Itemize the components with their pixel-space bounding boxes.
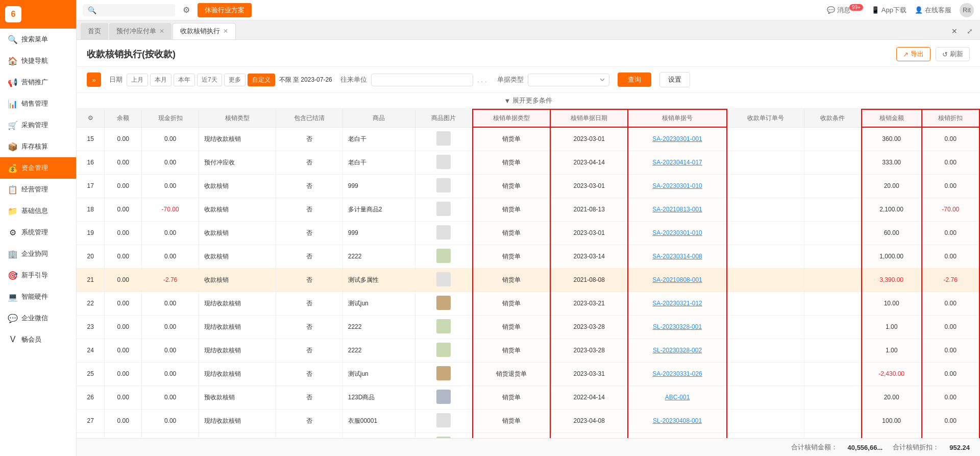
sidebar-item-label: 采购管理	[21, 121, 48, 130]
table-cell: 预收款核销	[199, 386, 276, 409]
table-cell: 否	[276, 174, 342, 198]
topbar-search-input[interactable]	[99, 6, 170, 14]
this-month-button[interactable]: 本月	[150, 74, 172, 86]
table-row: 270.000.00现结收款核销否衣服00001销货单2023-04-08SL-…	[77, 409, 979, 433]
table-cell	[415, 386, 473, 409]
maximize-button[interactable]: ⤢	[964, 25, 976, 37]
table-cell[interactable]: SL-20230328-001	[628, 315, 726, 339]
table-cell: 0.00	[922, 339, 979, 362]
table-cell[interactable]: SA-20230301-010	[628, 221, 726, 245]
table-cell[interactable]: SL-20230328-002	[628, 339, 726, 362]
table-cell: -70.00	[922, 198, 979, 221]
tab-0[interactable]: 首页	[81, 23, 108, 39]
sidebar-item-nav[interactable]: 🏠快捷导航	[0, 50, 76, 71]
custom-date-button[interactable]: 自定义	[248, 74, 275, 86]
table-cell: 否	[276, 268, 342, 292]
expand-more-button[interactable]: ▼ 展开更多条件	[504, 96, 553, 105]
partner-filter-dots: ...	[477, 76, 489, 84]
sidebar-item-inventory[interactable]: 📦库存核算	[0, 136, 76, 157]
topbar: 🔍 ⚙ 休验行业方案 💬 消息 99+ 📱 App下载 👤 在线客服 Rit	[77, 0, 980, 20]
sidebar-item-sales[interactable]: 📊销售管理	[0, 93, 76, 114]
sidebar-item-finance[interactable]: 💰资金管理	[0, 157, 76, 179]
last-7-days-button[interactable]: 近7天	[197, 74, 222, 86]
sidebar-item-base[interactable]: 📁基础信息	[0, 200, 76, 222]
table-cell[interactable]: SA-20230321-012	[628, 292, 726, 315]
table-cell[interactable]: SL-20230418-001	[628, 433, 726, 438]
product-image	[436, 390, 451, 404]
table-cell: 否	[276, 151, 342, 174]
table-cell[interactable]: SA-20230314-008	[628, 245, 726, 268]
sidebar: 6 畅捷通好生意 标准版 🔍搜索菜单🏠快捷导航📢营销推广📊销售管理🛒采购管理📦库…	[0, 0, 77, 456]
table-cell: 0.00	[922, 292, 979, 315]
table-cell[interactable]: SA-20230301-010	[628, 174, 726, 198]
col-header-1: 余额	[105, 109, 142, 127]
sidebar-item-search[interactable]: 🔍搜索菜单	[0, 29, 76, 50]
table-cell[interactable]: ABC-001	[628, 386, 726, 409]
sidebar-item-hardware[interactable]: 💻智能硬件	[0, 286, 76, 307]
solution-button[interactable]: 休验行业方案	[198, 3, 252, 17]
online-service-button[interactable]: 👤 在线客服	[915, 6, 951, 15]
settings-button[interactable]: 设置	[659, 72, 690, 87]
sidebar-item-marketing[interactable]: 📢营销推广	[0, 71, 76, 93]
marketing-icon: 📢	[8, 78, 17, 87]
table-cell: 销货单	[473, 245, 550, 268]
table-cell: 3,390.00	[862, 268, 922, 292]
product-image	[436, 249, 451, 263]
table-cell: 0.00	[105, 386, 142, 409]
table-cell[interactable]: SA-20230301-001	[628, 127, 726, 151]
sidebar-item-guide[interactable]: 🎯新手引导	[0, 265, 76, 286]
query-button[interactable]: 查询	[618, 73, 651, 87]
partner-filter-input[interactable]	[371, 74, 473, 86]
logo-icon: 6	[5, 6, 21, 22]
sidebar-item-label: 企业协同	[21, 249, 48, 258]
sidebar-item-member[interactable]: V畅会员	[0, 329, 76, 350]
table-cell	[727, 127, 804, 151]
table-cell: 现结收款核销	[199, 362, 276, 386]
table-cell[interactable]: SL-20230408-001	[628, 409, 726, 433]
sidebar-item-label: 畅会员	[21, 335, 41, 344]
table-cell[interactable]: SA-20210808-001	[628, 268, 726, 292]
tab-2[interactable]: 收款核销执行✕	[173, 23, 236, 39]
refresh-button[interactable]: ↺ 刷新	[936, 47, 970, 61]
export-icon: ↗	[903, 51, 909, 58]
table-cell: 销货单	[473, 409, 550, 433]
table-cell	[804, 292, 862, 315]
table-cell: 0.00	[922, 362, 979, 386]
table-cell[interactable]: SA-20210813-001	[628, 198, 726, 221]
table-cell: 否	[276, 409, 342, 433]
product-image	[436, 319, 451, 333]
expand-more-bar: ▼ 展开更多条件	[77, 93, 980, 109]
sidebar-item-purchase[interactable]: 🛒采购管理	[0, 114, 76, 136]
table-cell[interactable]: SA-20230331-026	[628, 362, 726, 386]
table-cell: 2021-08-13	[550, 198, 628, 221]
this-year-button[interactable]: 本年	[174, 74, 195, 86]
table-cell	[727, 409, 804, 433]
filter-expand-button[interactable]: »	[87, 73, 101, 87]
messages-button[interactable]: 💬 消息 99+	[827, 6, 863, 15]
table-cell: 2222	[342, 245, 415, 268]
tab-close-icon[interactable]: ✕	[159, 28, 164, 34]
table-cell: 0.00	[105, 268, 142, 292]
tab-close-icon[interactable]: ✕	[223, 28, 228, 34]
search-icon: 🔍	[88, 6, 96, 14]
gear-icon[interactable]: ⚙	[179, 3, 193, 17]
sidebar-item-enterprise[interactable]: 🏢企业协同	[0, 243, 76, 265]
close-tab-button[interactable]: ✕	[948, 25, 961, 37]
app-download-button[interactable]: 📱 App下载	[871, 6, 906, 15]
table-cell: 0.00	[142, 151, 199, 174]
more-date-button[interactable]: 更多	[224, 74, 246, 86]
tab-1[interactable]: 预付冲应付单✕	[109, 23, 172, 39]
sidebar-item-wechat[interactable]: 💬企业微信	[0, 307, 76, 329]
table-cell[interactable]: SA-20230414-017	[628, 151, 726, 174]
user-menu[interactable]: Rit	[960, 3, 974, 17]
export-button[interactable]: ↗ 导出	[896, 47, 930, 61]
sidebar-item-operations[interactable]: 📋经营管理	[0, 179, 76, 200]
sidebar-item-label: 销售管理	[21, 99, 48, 108]
table-cell: 测试jun	[342, 292, 415, 315]
product-image	[436, 178, 451, 193]
col-header-11: 收款条件	[804, 109, 862, 127]
table-cell: 否	[276, 198, 342, 221]
bill-type-select[interactable]	[528, 74, 609, 86]
last-month-button[interactable]: 上月	[127, 74, 148, 86]
table-cell: 现结收款核销	[199, 409, 276, 433]
